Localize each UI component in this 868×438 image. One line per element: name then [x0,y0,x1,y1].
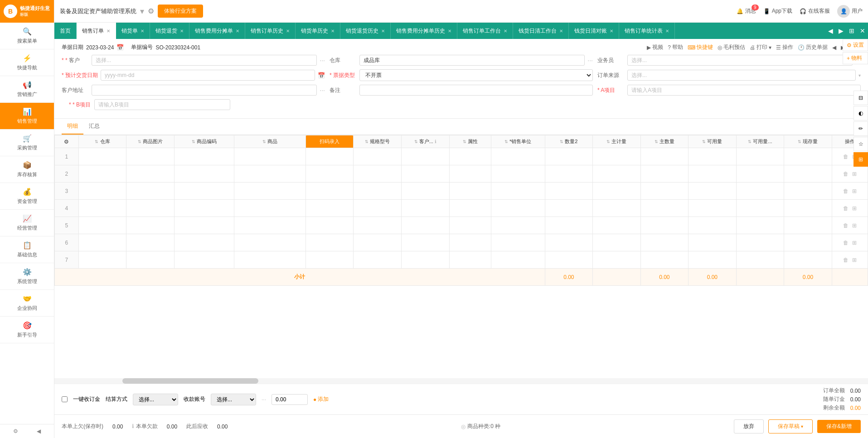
row-sales-unit[interactable] [491,165,545,183]
tab-close-icon[interactable]: ✕ [610,29,613,34]
row-spec[interactable] [354,148,402,165]
payment-method-select[interactable]: 选择... [133,394,178,405]
warehouse-input[interactable] [359,55,585,66]
view-video-btn[interactable]: ▶ 视频 [647,43,663,51]
row-spec[interactable] [354,200,402,217]
materials-quick-btn[interactable]: + 物料 [843,52,868,64]
tab-menu-icon[interactable]: ⊞ [846,27,857,34]
row-product[interactable] [234,183,305,200]
chevron-down-icon[interactable]: ▾ [140,6,144,16]
scrollbar-thumb[interactable] [122,378,258,384]
col-spec[interactable]: ⇅ 规格型号 [354,135,402,148]
sidebar-item-purchase[interactable]: 🛒 采购管理 [0,130,54,156]
customer-input[interactable] [92,55,317,66]
tab-reconcile[interactable]: 钱货日清对账 ✕ [569,23,619,39]
row-delete-icon[interactable]: 🗑 [843,171,849,177]
row-sales-unit[interactable] [491,234,545,251]
col-available[interactable]: ⇅ 可用量 [689,135,737,148]
row-product-code[interactable] [174,200,234,217]
sidebar-item-quicknav[interactable]: ⚡ 快捷导航 [0,49,54,76]
row-qty2[interactable] [545,217,593,234]
row-attribute[interactable] [449,234,491,251]
row-delete-icon[interactable]: 🗑 [843,240,849,246]
col-attribute[interactable]: ⇅ 属性 [449,135,491,148]
row-main-qty[interactable] [640,183,689,200]
tab-sales-expense[interactable]: 销售费用分摊单 ✕ [189,23,245,39]
tab-close-icon[interactable]: ✕ [665,29,669,34]
row-warehouse[interactable] [78,251,126,269]
col-product[interactable]: ⇅ 商品 [234,135,305,148]
row-warehouse[interactable] [78,217,126,234]
settings-gear-icon[interactable]: ⚙ [148,7,154,15]
row-attribute[interactable] [449,148,491,165]
rs-btn-4[interactable]: ☆ [853,137,868,151]
row-customer-code[interactable] [402,148,450,165]
tab-stats[interactable]: 销售订单统计表 ✕ [619,23,675,39]
tab-close-icon[interactable]: ✕ [141,29,144,34]
history-btn[interactable]: 🕐 历史单据 [798,43,828,51]
col-warehouse[interactable]: ⇅ 仓库 [78,135,126,148]
remarks-input[interactable] [359,85,593,96]
row-product-code[interactable] [174,165,234,183]
tab-close-icon[interactable]: ✕ [107,29,110,34]
tab-home[interactable]: 首页 [54,23,77,39]
tab-close-icon[interactable]: ✕ [559,29,563,34]
col-gear[interactable]: ⚙ [55,135,79,148]
tab-close-icon[interactable]: ✕ [180,29,184,34]
rs-btn-2[interactable]: ◐ [853,106,868,120]
row-product[interactable] [234,217,305,234]
row-qty2[interactable] [545,234,593,251]
tab-detail[interactable]: 明细 [62,119,83,135]
row-attribute[interactable] [449,217,491,234]
a-project-input[interactable] [627,85,861,96]
tab-summary[interactable]: 汇总 [83,119,105,135]
row-warehouse[interactable] [78,165,126,183]
pagination-prev-icon[interactable]: ◀ [832,44,836,51]
row-product[interactable] [234,234,305,251]
profit-btn[interactable]: ◎ 毛利预估 [718,43,745,51]
row-customer-code[interactable] [402,251,450,269]
operation-btn[interactable]: ☰ 操作 [776,43,793,51]
row-sales-unit[interactable] [491,148,545,165]
row-delete-icon[interactable]: 🗑 [843,205,849,212]
trial-button[interactable]: 体验行业方案 [158,5,203,18]
row-warehouse[interactable] [78,183,126,200]
tab-close-icon[interactable]: ✕ [236,29,239,34]
row-copy-icon[interactable]: ⊞ [852,205,857,212]
row-copy-icon[interactable]: ⊞ [852,257,857,263]
row-product[interactable] [234,251,305,269]
row-copy-icon[interactable]: ⊞ [852,171,857,177]
tab-close-icon[interactable]: ✕ [331,29,335,34]
col-scan[interactable]: 扫码录入 [305,135,354,148]
row-qty2[interactable] [545,165,593,183]
row-customer-code[interactable] [402,183,450,200]
app-download-btn[interactable]: 📱 App下载 [763,7,792,15]
customer-dots-icon[interactable]: ··· [320,57,325,64]
tab-sales-slip[interactable]: 销货单 ✕ [116,23,150,39]
row-attribute[interactable] [449,200,491,217]
rs-btn-5[interactable]: ⊞ [853,152,868,167]
row-product[interactable] [234,200,305,217]
add-payment-btn[interactable]: ● 添加 [313,395,329,403]
print-btn[interactable]: 🖨 打印 ▾ [750,43,771,51]
warehouse-dots-icon[interactable]: ··· [587,57,593,64]
sidebar-item-guide[interactable]: 🎯 新手引导 [0,317,54,343]
row-customer-code[interactable] [402,200,450,217]
row-qty2[interactable] [545,251,593,269]
sidebar-item-search[interactable]: 🔍 搜索菜单 [0,23,54,49]
notifications-btn[interactable]: 🔔 9 消息 [737,7,756,15]
row-spec[interactable] [354,165,402,183]
row-attribute[interactable] [449,165,491,183]
col-available2[interactable]: ⇅ 可用量... [736,135,784,148]
row-spec[interactable] [354,217,402,234]
sidebar-item-system[interactable]: ⚙️ 系统管理 [0,263,54,290]
calendar-icon[interactable]: 📅 [116,44,124,51]
addr-dots-icon[interactable]: ··· [320,87,325,94]
sidebar-settings-icon[interactable]: ⚙ [13,428,18,434]
row-product-code[interactable] [174,183,234,200]
account-select[interactable]: 选择... [211,394,256,405]
customer-addr-input[interactable] [92,85,317,96]
row-copy-icon[interactable]: ⊞ [852,222,857,229]
row-copy-icon[interactable]: ⊞ [852,240,857,246]
row-spec[interactable] [354,251,402,269]
